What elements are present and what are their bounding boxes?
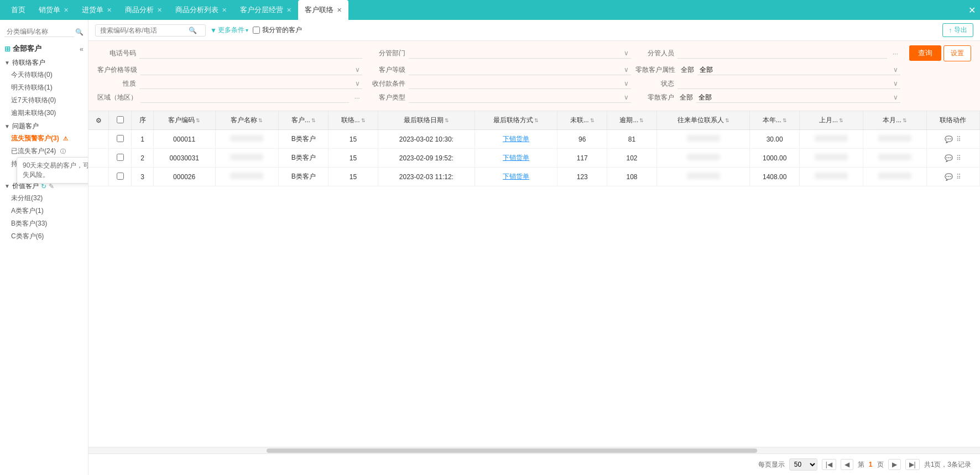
th-this-year[interactable]: 本年...⇅ — [750, 111, 800, 130]
payment-select[interactable] — [409, 79, 632, 88]
horizontal-scrollbar[interactable] — [88, 447, 980, 453]
th-contact[interactable]: 联络...⇅ — [329, 111, 378, 130]
status-select[interactable] — [677, 79, 900, 88]
next-page-button[interactable]: ▶ — [888, 459, 901, 470]
cell-check[interactable] — [109, 168, 132, 186]
th-name[interactable]: 客户名称⇅ — [215, 111, 279, 130]
chat-icon[interactable]: 💬 — [945, 173, 953, 181]
tab-close-customer-layer[interactable]: ✕ — [286, 7, 291, 14]
row-checkbox[interactable] — [117, 154, 124, 161]
cell-action[interactable]: 💬 ⠿ — [926, 130, 979, 149]
zero-customer-select[interactable]: 全部 — [696, 92, 900, 102]
sidebar-item-tomorrow[interactable]: 明天待联络(1) — [0, 81, 88, 94]
more-action-icon[interactable]: ⠿ — [956, 135, 961, 143]
sidebar-root[interactable]: ⊞ 全部客户 « — [0, 41, 88, 56]
table-row: 1 000011 B类客户 15 2023-03-02 10:30: 下销货单 … — [88, 130, 980, 149]
main-search-input[interactable] — [100, 27, 189, 34]
export-button[interactable]: ↑ 导出 — [942, 23, 973, 37]
cell-action[interactable]: 💬 ⠿ — [926, 168, 979, 186]
sidebar-item-c-class[interactable]: C类客户(6) — [0, 230, 88, 243]
sidebar-search-icon[interactable]: 🔍 — [75, 28, 84, 36]
cell-index: 2 — [132, 149, 153, 168]
my-customers-checkbox[interactable]: 我分管的客户 — [253, 25, 302, 35]
type-select[interactable] — [409, 92, 632, 102]
gender-select[interactable] — [139, 79, 362, 88]
row-checkbox[interactable] — [117, 135, 124, 142]
sidebar-item-today[interactable]: 今天待联络(0) — [0, 69, 88, 81]
level-select[interactable] — [409, 65, 632, 75]
more-action-icon[interactable]: ⠿ — [956, 154, 961, 162]
th-contact-person[interactable]: 往来单位联系人⇅ — [656, 111, 749, 130]
tab-close-product-analysis[interactable]: ✕ — [157, 7, 162, 14]
sidebar-item-churned[interactable]: 已流失客户(24) ⓘ — [0, 145, 88, 158]
close-all-button[interactable]: ✕ — [968, 5, 976, 15]
dept-select[interactable] — [409, 48, 632, 58]
sidebar-item-overdue[interactable]: 逾期未联络(30) — [0, 107, 88, 119]
sidebar-item-a-class[interactable]: A类客户(1) — [0, 205, 88, 217]
tab-customer-contact[interactable]: 客户联络 ✕ — [298, 0, 348, 20]
section-problem[interactable]: ▼ 问题客户 — [0, 119, 88, 132]
chat-icon[interactable]: 💬 — [945, 135, 953, 143]
th-code[interactable]: 客户编码⇅ — [153, 111, 215, 130]
checkbox-column-header[interactable] — [109, 111, 132, 130]
last-page-button[interactable]: ▶| — [905, 459, 920, 470]
more-conditions-button[interactable]: ▼ 更多条件 ▾ — [210, 25, 248, 35]
th-unlisted[interactable]: 未联...⇅ — [557, 111, 607, 130]
zero-attr-select[interactable]: 全部 — [697, 65, 900, 75]
total-info: 共1页，3条记录 — [924, 460, 971, 469]
prev-page-button[interactable]: ◀ — [841, 459, 853, 470]
region-more-icon[interactable]: ··· — [352, 94, 362, 102]
more-action-icon[interactable]: ⠿ — [956, 173, 961, 181]
sidebar-search-input[interactable] — [4, 27, 74, 37]
tab-purchase[interactable]: 进货单 ✕ — [75, 0, 118, 20]
tab-close-sales[interactable]: ✕ — [64, 7, 69, 14]
cell-last-method[interactable]: 下销货单 — [475, 130, 557, 149]
th-this-month[interactable]: 本月...⇅ — [863, 111, 926, 130]
sidebar-item-churn-warning[interactable]: 流失预警客户(3) ⚠ — [0, 132, 88, 145]
cell-last-method[interactable]: 下销货单 — [475, 149, 557, 168]
th-type[interactable]: 客户...⇅ — [279, 111, 329, 130]
price-level-select[interactable] — [140, 65, 362, 75]
cell-code: 000011 — [153, 130, 215, 149]
first-page-button[interactable]: |◀ — [822, 459, 836, 470]
th-last-month[interactable]: 上月...⇅ — [800, 111, 863, 130]
query-button[interactable]: 查询 — [909, 45, 941, 61]
main-search-icon[interactable]: 🔍 — [189, 27, 197, 34]
manager-input[interactable] — [677, 48, 887, 59]
arrow-problem: ▼ — [4, 123, 10, 129]
select-all-checkbox[interactable] — [117, 116, 124, 123]
region-input[interactable] — [140, 92, 349, 103]
scrollbar-thumb[interactable] — [267, 448, 757, 453]
tab-sales[interactable]: 销货单 ✕ — [32, 0, 75, 20]
cell-last-method[interactable]: 下销货单 — [475, 168, 557, 186]
my-customers-check[interactable] — [253, 27, 260, 34]
cell-check[interactable] — [109, 149, 132, 168]
section-pending[interactable]: ▼ 待联络客户 — [0, 56, 88, 69]
th-overdue[interactable]: 逾期...⇅ — [607, 111, 657, 130]
arrow-value: ▼ — [4, 183, 10, 189]
tab-product-analysis[interactable]: 商品分析 ✕ — [118, 0, 169, 20]
cell-check[interactable] — [109, 130, 132, 149]
settings-button[interactable]: 设置 — [943, 45, 971, 61]
th-last-method[interactable]: 最后联络方式⇅ — [475, 111, 557, 130]
manager-more-icon[interactable]: ··· — [890, 50, 900, 58]
row-checkbox[interactable] — [117, 173, 124, 180]
chevron-down-icon: ▾ — [246, 27, 248, 33]
tab-product-list[interactable]: 商品分析列表 ✕ — [169, 0, 233, 20]
tab-close-customer-contact[interactable]: ✕ — [337, 7, 342, 14]
sidebar-item-ungrouped[interactable]: 未分组(32) — [0, 192, 88, 205]
settings-column-header[interactable]: ⚙ — [88, 111, 109, 130]
page-size-select[interactable]: 102050100 — [789, 458, 817, 471]
phone-input[interactable] — [139, 48, 362, 59]
sidebar-item-7days[interactable]: 近7天待联络(0) — [0, 94, 88, 107]
tab-customer-layer[interactable]: 客户分层经营 ✕ — [233, 0, 298, 20]
collapse-icon[interactable]: « — [80, 45, 84, 53]
tab-close-product-list[interactable]: ✕ — [222, 7, 227, 14]
tab-close-purchase[interactable]: ✕ — [107, 7, 112, 14]
th-last-date[interactable]: 最后联络日期⇅ — [378, 111, 475, 130]
tab-home[interactable]: 首页 — [4, 0, 32, 20]
sidebar-item-b-class[interactable]: B类客户(33) — [0, 217, 88, 230]
cell-action[interactable]: 💬 ⠿ — [926, 149, 979, 168]
sort-name-icon: ⇅ — [258, 118, 263, 123]
chat-icon[interactable]: 💬 — [945, 154, 953, 162]
